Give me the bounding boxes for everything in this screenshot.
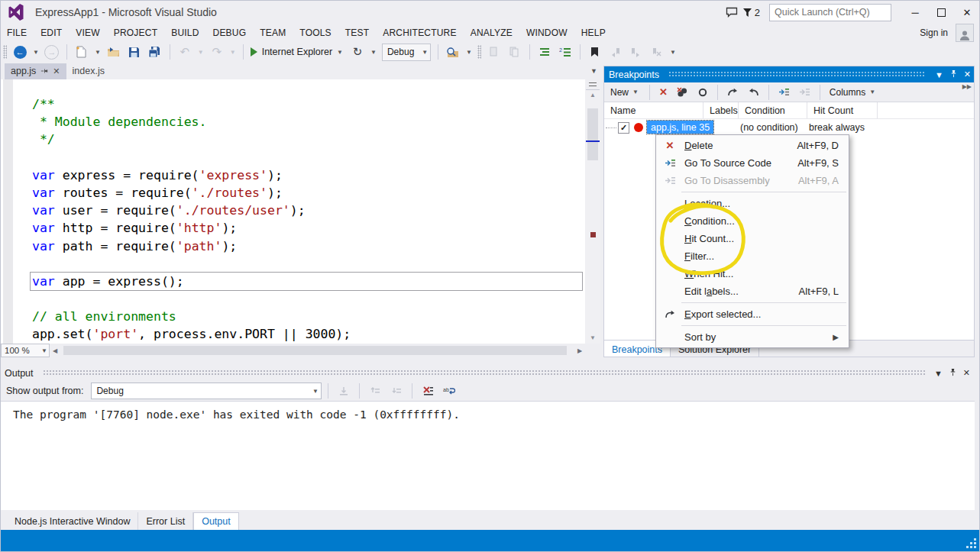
output-title-bar[interactable]: Output ▼ ✕ — [0, 365, 975, 381]
output-source-combo[interactable]: Debug ▼ — [91, 383, 322, 399]
code-editor[interactable]: /** * Module dependencies. */ var expres… — [0, 79, 600, 344]
navigate-back-button[interactable]: ← — [11, 43, 29, 61]
new-breakpoint-button[interactable]: New ▼ — [607, 86, 643, 99]
refresh-dropdown[interactable]: ▼ — [369, 49, 378, 56]
menu-window[interactable]: WINDOW — [519, 25, 574, 40]
editor-tab-index.js[interactable]: index.js — [66, 63, 111, 79]
notifications-flag-icon[interactable]: 2 — [741, 3, 762, 21]
menu-debug[interactable]: DEBUG — [206, 25, 254, 40]
bottom-tab-output[interactable]: Output — [193, 512, 239, 530]
column-header-hit-count[interactable]: Hit Count — [807, 102, 878, 118]
export-breakpoints-button[interactable] — [724, 86, 742, 98]
menu-help[interactable]: HELP — [574, 25, 613, 40]
find-in-files-button[interactable] — [444, 43, 462, 61]
context-menu-item-delete[interactable]: ✕DeleteAlt+F9, D — [656, 137, 849, 154]
column-header-name[interactable]: Name — [604, 102, 703, 118]
maximize-button[interactable] — [928, 2, 954, 22]
quick-launch-box[interactable] — [769, 4, 891, 21]
close-icon[interactable]: ✕ — [963, 368, 970, 378]
scroll-up-arrow[interactable]: ▲ — [585, 92, 600, 98]
menu-build[interactable]: BUILD — [164, 25, 205, 40]
editor-tab-app.js[interactable]: app.js✕ — [5, 63, 66, 79]
scroll-down-arrow[interactable]: ▼ — [585, 334, 600, 341]
column-header-condition[interactable]: Condition — [739, 102, 807, 118]
chevron-down-icon[interactable]: ▼ — [631, 89, 640, 95]
find-dropdown[interactable]: ▼ — [464, 49, 474, 56]
menu-analyze[interactable]: ANALYZE — [464, 25, 519, 40]
open-file-button[interactable] — [105, 43, 123, 61]
navigate-back-dropdown[interactable]: ▼ — [31, 49, 40, 56]
menu-architecture[interactable]: ARCHITECTURE — [376, 25, 463, 40]
pin-icon[interactable] — [40, 67, 48, 75]
context-menu-item-hit-count...[interactable]: Hit Count... — [656, 230, 849, 247]
menu-team[interactable]: TEAM — [253, 25, 293, 40]
save-all-button[interactable] — [146, 43, 164, 61]
columns-button[interactable]: Columns ▼ — [826, 86, 880, 99]
drag-handle[interactable] — [43, 370, 925, 376]
horizontal-scroll-thumb[interactable] — [63, 346, 567, 355]
bookmark-button[interactable] — [586, 43, 604, 61]
context-menu-item-condition...[interactable]: Condition... — [656, 212, 849, 230]
context-menu-item-edit-labels...[interactable]: Edit labels...Alt+F9, L — [656, 282, 849, 300]
clear-all-output-button[interactable] — [419, 382, 437, 400]
close-icon[interactable]: ✕ — [964, 69, 971, 79]
chevron-down-icon[interactable]: ▼ — [868, 89, 877, 95]
scroll-right-arrow[interactable]: ▶ — [574, 347, 585, 354]
window-position-dropdown[interactable]: ▼ — [934, 369, 943, 378]
context-menu-item-sort-by[interactable]: Sort by▶ — [656, 328, 849, 346]
toggle-numbered-list-button[interactable]: 2 — [556, 43, 574, 61]
menu-tools[interactable]: TOOLS — [293, 25, 338, 40]
toolbar-grip[interactable] — [3, 45, 7, 59]
bottom-tab-node.js-interactive-window[interactable]: Node.js Interactive Window — [6, 512, 138, 530]
toolbar-overflow-icon[interactable]: ▶▶ — [962, 83, 972, 90]
menu-file[interactable]: FILE — [0, 25, 34, 40]
document-list-dropdown[interactable]: ▼ — [590, 67, 597, 75]
toolbar-overflow-dropdown[interactable]: ▼ — [668, 49, 678, 56]
toggle-all-breakpoints-button[interactable] — [694, 86, 711, 99]
menu-project[interactable]: PROJECT — [107, 25, 164, 40]
toggle-output-button[interactable] — [535, 43, 554, 61]
context-menu-item-location...[interactable]: Location... — [656, 195, 849, 212]
breakpoint-name[interactable]: app.js, line 35 — [647, 121, 713, 134]
save-button[interactable] — [125, 43, 144, 61]
menu-view[interactable]: VIEW — [69, 25, 106, 40]
zoom-combo[interactable]: 100 % ▼ — [1, 344, 50, 357]
start-debugging-button[interactable]: Internet Explorer ▼ — [249, 43, 346, 61]
scroll-left-arrow[interactable]: ◀ — [50, 347, 60, 354]
import-breakpoints-button[interactable] — [745, 86, 762, 98]
context-menu-item-go-to-source-code[interactable]: Go To Source CodeAlt+F9, S — [656, 154, 849, 172]
new-file-button[interactable] — [73, 43, 91, 61]
delete-breakpoint-button[interactable]: ✕ — [656, 85, 671, 99]
context-menu-item-filter...[interactable]: Filter... — [656, 247, 849, 265]
vertical-scroll-thumb[interactable] — [587, 108, 598, 160]
breakpoint-enabled-checkbox[interactable]: ✓ — [618, 122, 629, 134]
horizontal-scrollbar[interactable] — [60, 344, 573, 357]
indicator-margin[interactable] — [3, 79, 13, 344]
chevron-down-icon[interactable]: ▼ — [40, 347, 49, 354]
output-content[interactable]: The program '[7760] node.exe' has exited… — [0, 401, 975, 510]
refresh-button[interactable]: ↻ — [348, 43, 367, 61]
pin-icon[interactable] — [949, 69, 958, 79]
bottom-tab-error-list[interactable]: Error List — [138, 512, 193, 530]
go-to-source-button[interactable] — [775, 86, 793, 98]
column-header-labels[interactable]: Labels — [703, 102, 739, 118]
close-button[interactable]: ✕ — [954, 2, 980, 22]
resize-grip[interactable] — [974, 546, 976, 548]
context-menu-item-when-hit...[interactable]: When Hit... — [656, 265, 849, 282]
solution-configuration-combo[interactable]: Debug ▼ — [382, 44, 431, 61]
new-file-dropdown[interactable]: ▼ — [93, 49, 102, 56]
window-position-dropdown[interactable]: ▼ — [935, 70, 943, 79]
breakpoint-row[interactable]: ✓ app.js, line 35 (no condition) break a… — [604, 121, 974, 135]
quick-launch-input[interactable] — [770, 7, 901, 18]
drag-handle[interactable] — [668, 71, 926, 78]
feedback-icon[interactable] — [723, 3, 741, 21]
user-avatar[interactable] — [956, 24, 974, 42]
menu-edit[interactable]: EDIT — [34, 25, 69, 40]
vertical-scrollbar[interactable]: ▲ ▼ — [585, 79, 600, 344]
close-icon[interactable]: ✕ — [53, 66, 60, 76]
chevron-down-icon[interactable]: ▼ — [309, 383, 321, 399]
delete-all-breakpoints-button[interactable] — [674, 86, 691, 99]
split-window-handle[interactable] — [586, 79, 600, 90]
pin-icon[interactable] — [949, 368, 957, 378]
chevron-down-icon[interactable]: ▼ — [419, 44, 430, 60]
